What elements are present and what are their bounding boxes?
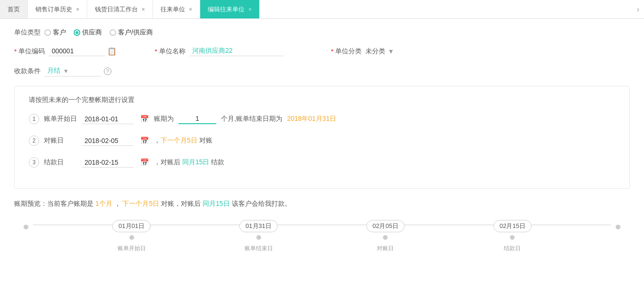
radio-customer-circle (44, 29, 51, 36)
tab-counterparty-close[interactable]: × (189, 6, 192, 13)
radio-both-circle (110, 29, 116, 36)
step-2-text: 对账 (197, 136, 212, 144)
preview-part2: 下一个月5日 (122, 200, 159, 207)
unit-name-input[interactable] (189, 46, 284, 56)
radio-group: 客户 供应商 客户/供应商 (44, 28, 153, 37)
unit-code-required: * (14, 48, 17, 55)
timeline-start-dot (24, 225, 28, 229)
payment-dropdown[interactable]: 月结 ▾ (44, 66, 101, 76)
step-2-label: 对账日 (44, 136, 77, 145)
tab-sales-history[interactable]: 销售订单历史 × (28, 0, 87, 18)
tab-cashflow[interactable]: 钱货日清工作台 × (87, 0, 153, 18)
category-value: 未分类 (365, 47, 385, 56)
unit-category-required: * (331, 48, 333, 55)
preview-part3: 同月15日 (203, 200, 230, 207)
step-2-date-input[interactable] (82, 136, 134, 146)
help-icon[interactable]: ? (104, 68, 111, 75)
payment-condition-row: 收款条件 月结 ▾ ? (14, 66, 630, 76)
timeline-label-3: 对账日 (377, 245, 394, 253)
unit-code-icon[interactable]: 📋 (107, 47, 117, 56)
radio-supplier-circle (74, 29, 80, 36)
step-1-label: 账单开始日 (44, 115, 77, 123)
tab-counterparty[interactable]: 往来单位 × (153, 0, 200, 18)
timeline-end-dot (616, 225, 620, 229)
preview-prefix: 账期预览：当前客户账期是 (14, 200, 93, 207)
timeline-dot-2 (256, 235, 261, 240)
step-1-num: 1 (29, 114, 39, 124)
unit-code-label: 单位编码 (18, 47, 45, 56)
step-3-num: 3 (29, 157, 39, 168)
unit-type-group: 单位类型 客户 供应商 客户/供应商 (14, 28, 153, 37)
step-3-row: 3 结款日 📅 ，对账后 同月15日 结款 (29, 157, 615, 168)
unit-code-group: * 单位编码 📋 (14, 46, 117, 56)
unit-code-input[interactable] (49, 46, 105, 56)
category-arrow-icon: ▾ (389, 47, 393, 56)
preview-suffix: 该客户会给我打款。 (232, 200, 291, 207)
step-3-date-input[interactable] (82, 158, 134, 168)
step-1-suffix-post: 个月,账单结束日期为 (221, 115, 282, 123)
tab-sales-close[interactable]: × (76, 6, 79, 13)
radio-customer[interactable]: 客户 (44, 28, 66, 37)
radio-customer-label: 客户 (53, 28, 66, 37)
step-2-calendar-icon[interactable]: 📅 (140, 136, 149, 145)
payment-condition-group: 收款条件 月结 ▾ ? (14, 66, 111, 76)
tab-more-arrow[interactable]: › (632, 5, 644, 14)
step-2-orange: 下一个月5日 (161, 136, 197, 144)
step-3-teal: 同月15日 (182, 158, 210, 166)
unit-type-row: 单位类型 客户 供应商 客户/供应商 (14, 28, 630, 37)
unit-name-group: * 单位名称 (154, 46, 283, 56)
tab-bar: 首页 销售订单历史 × 钱货日清工作台 × 往来单位 × 编辑往来单位 × › (0, 0, 644, 19)
tab-cashflow-label: 钱货日清工作台 (95, 5, 138, 14)
tab-sales-label: 销售订单历史 (35, 5, 72, 14)
timeline-date-2: 01月31日 (239, 220, 278, 232)
unit-name-required: * (154, 48, 157, 55)
step-3-label: 结款日 (44, 158, 77, 167)
step-2-row: 2 对账日 📅 ，下一个月5日 对账 (29, 135, 615, 146)
unit-category-label: 单位分类 (335, 47, 362, 56)
category-dropdown[interactable]: 未分类 ▾ (365, 47, 393, 56)
timeline-point-4: 02月15日 结款日 (493, 220, 532, 253)
radio-both[interactable]: 客户/供应商 (110, 28, 153, 37)
unit-category-group: * 单位分类 未分类 ▾ (331, 47, 393, 56)
tab-home[interactable]: 首页 (0, 0, 28, 18)
main-content: 单位类型 客户 供应商 客户/供应商 * 单位编码 (0, 19, 644, 287)
timeline-date-4: 02月15日 (493, 220, 532, 232)
timeline-label-2: 账单结束日 (245, 245, 273, 253)
step-2-comma: ， (154, 136, 161, 144)
step-3-text: 结款 (209, 158, 224, 166)
card-instruction: 请按照未来的一个完整帐期进行设置 (29, 96, 615, 104)
step-1-row: 1 账单开始日 📅 账期为 个月,账单结束日期为 2018年01月31日 (29, 114, 615, 124)
preview-mid1: ， (114, 200, 121, 207)
timeline-label-4: 结款日 (504, 245, 521, 253)
tab-edit-counterparty-label: 编辑往来单位 (208, 5, 245, 14)
radio-supplier[interactable]: 供应商 (74, 28, 102, 37)
timeline-dot-4 (510, 235, 515, 240)
payment-condition-label: 收款条件 (14, 67, 41, 76)
step-3-suffix: ，对账后 同月15日 结款 (154, 158, 224, 167)
unit-name-label: 单位名称 (159, 47, 186, 56)
unit-type-label: 单位类型 (14, 28, 41, 37)
preview-part1: 1个月 (95, 200, 112, 207)
step-3-calendar-icon[interactable]: 📅 (140, 158, 149, 167)
tab-cashflow-close[interactable]: × (142, 6, 145, 13)
step-3-comma: ，对账后 (154, 158, 182, 166)
tab-edit-close[interactable]: × (248, 6, 252, 13)
timeline-dot-3 (383, 235, 388, 240)
tab-home-label: 首页 (8, 5, 20, 14)
step-1-end-date: 2018年01月31日 (287, 115, 336, 123)
tab-counterparty-label: 往来单位 (161, 5, 185, 14)
step-1-period-input[interactable] (178, 114, 216, 124)
tab-edit-counterparty[interactable]: 编辑往来单位 × (200, 0, 260, 18)
preview-section: 账期预览：当前客户账期是 1个月 ， 下一个月5日 对账，对账后 同月15日 该… (14, 198, 630, 209)
step-1-calendar-icon[interactable]: 📅 (140, 115, 149, 123)
step-1-date-input[interactable] (82, 114, 134, 124)
payment-dropdown-arrow: ▾ (64, 67, 68, 75)
timeline-point-1: 01月01日 账单开始日 (112, 220, 151, 253)
payment-dropdown-value: 月结 (47, 67, 60, 75)
step-2-num: 2 (29, 135, 39, 146)
timeline-dot-1 (129, 235, 134, 240)
preview-mid2: 对账，对账后 (161, 200, 201, 207)
unit-info-row: * 单位编码 📋 * 单位名称 * 单位分类 未分类 ▾ (14, 46, 630, 56)
step-1-suffix-pre: 账期为 (154, 115, 174, 123)
timeline-date-1: 01月01日 (112, 220, 151, 232)
